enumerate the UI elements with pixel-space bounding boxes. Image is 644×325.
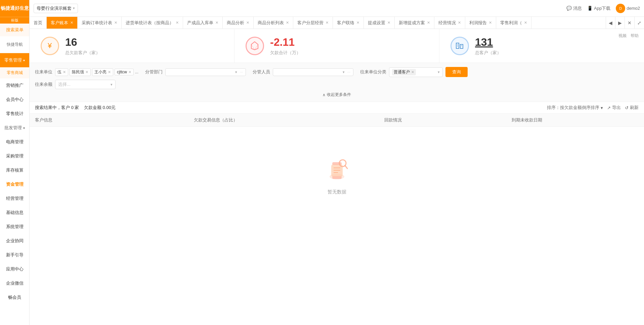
sidebar-item-retail-mall[interactable]: 零售商城 [0,67,29,78]
tab-customer-contact[interactable]: 客户联络 ✕ [333,17,364,29]
filter-more-button[interactable]: ... [135,70,138,74]
account-selector[interactable]: 母婴行业演示账套 ▾ [34,4,78,13]
tab-purchase-stats-product[interactable]: 进货单统计表（按商品） ✕ [122,17,183,29]
tab-profit-report[interactable]: 利润报告 ✕ [465,17,496,29]
tabs-bar: 首页 客户账本 ✕ 采购订单统计表 ✕ 进货单统计表（按商品） ✕ 产成品入库单… [30,17,644,29]
svg-rect-5 [457,46,458,46]
close-icon[interactable]: ✕ [63,70,66,74]
tab-product-analysis[interactable]: 商品分析 ✕ [223,17,254,29]
export-button[interactable]: ↗ 导出 [607,105,621,111]
sidebar-item-ecommerce[interactable]: 电商管理 [0,135,29,149]
user-menu[interactable]: D demo2 [616,4,640,13]
tab-business-overview[interactable]: 经营情况 ✕ [434,17,465,29]
close-icon[interactable]: ✕ [215,21,218,25]
main-area: 母婴行业演示账套 ▾ 💬 消息 📱 App下载 D demo2 首页 客户账本 … [30,0,644,325]
sidebar: 畅捷通好生意 标版 搜索菜单 快捷导航 零售管理 ▾ 零售商城 营销推广 会员中… [0,0,30,325]
tab-finished-goods[interactable]: 产成品入库单 ✕ [183,17,223,29]
more-icon[interactable]: ··· [347,70,350,74]
tab-product-analysis-list[interactable]: 商品分析列表 ✕ [254,17,293,29]
sidebar-item-operations[interactable]: 经营管理 [0,191,29,206]
sidebar-item-enterprise-collab[interactable]: 企业协同 [0,234,29,248]
sidebar-item-system[interactable]: 系统管理 [0,220,29,234]
filter-label-balance: 往来余额 [35,81,52,87]
app-download-button[interactable]: 📱 App下载 [587,5,610,11]
sidebar-item-basic-info[interactable]: 基础信息 [0,206,29,220]
close-icon[interactable]: ✕ [326,21,329,25]
filter-tag-chen: 陈民强 ✕ [70,68,91,76]
chevron-down-icon: ▾ [235,70,237,74]
chevron-up-icon: ∧ [323,93,326,97]
collapse-button[interactable]: ∧ 收起更多条件 [35,92,639,98]
tabs-close-all-button[interactable]: ✕ [625,17,634,29]
tab-customer-tiering[interactable]: 客户分层经营 ✕ [293,17,333,29]
filter-person-select[interactable]: ▾ ··· [273,68,353,76]
refresh-icon: ↺ [625,105,629,110]
no-data-illustration [322,154,352,184]
sort-selector[interactable]: 排序：按欠款金额倒序排序 ▾ [547,105,603,111]
sidebar-item-enterprise-wechat[interactable]: 企业微信 [0,276,29,290]
stat-info-3: 131 总客户（家） [475,36,501,56]
tabs-expand-button[interactable]: ⤢ [634,17,644,29]
filter-row-2: 往来余额 选择... ▾ [35,80,639,89]
close-icon[interactable]: ✕ [286,21,289,25]
messages-button[interactable]: 💬 消息 [566,5,582,11]
stat-label-2: 欠款合计（万） [270,50,301,56]
close-icon[interactable]: ✕ [176,21,179,25]
sidebar-item-chang-member[interactable]: 畅会员 [0,290,29,304]
filter-balance-select[interactable]: 选择... ▾ [55,80,116,89]
query-button[interactable]: 查询 [445,67,468,77]
tab-new-commission[interactable]: 新增提成方案 ✕ [395,17,434,29]
sidebar-search[interactable]: 搜索菜单 [0,24,29,36]
tabs-next-button[interactable]: ▶ [615,17,625,29]
sidebar-item-inventory[interactable]: 库存核算 [0,163,29,177]
table-col-overdue: 到期未收款日期 [512,117,639,123]
close-icon[interactable]: ✕ [524,21,527,25]
close-icon[interactable]: ✕ [114,21,117,25]
stat-icon-3 [450,37,469,55]
sidebar-item-retail-management[interactable]: 零售管理 ▾ [0,53,29,67]
more-icon[interactable]: ··· [240,70,243,74]
tab-customer-ledger[interactable]: 客户账本 ✕ [47,17,78,29]
close-icon[interactable]: ✕ [85,70,88,74]
tab-purchase-order-stats[interactable]: 采购订单统计表 ✕ [78,17,122,29]
sidebar-item-purchase[interactable]: 采购管理 [0,149,29,163]
tab-home[interactable]: 首页 [30,17,47,29]
close-icon[interactable]: ✕ [411,70,414,74]
stat-icon-2 [246,37,264,55]
sidebar-item-new-guide[interactable]: 新手引导 [0,248,29,262]
close-icon[interactable]: ✕ [458,21,461,25]
sidebar-item-wholesale[interactable]: 批发管理 ▾ [0,121,29,135]
refresh-button[interactable]: ↺ 刷新 [625,105,639,111]
sidebar-quick-nav[interactable]: 快捷导航 [0,36,29,53]
tab-retail-profit[interactable]: 零售利润（ ✕ [496,17,531,29]
stats-row: ¥ 16 总欠款客户（家） [30,29,644,63]
message-icon: 💬 [566,6,572,11]
sidebar-item-finance[interactable]: 资金管理 [0,177,29,191]
close-icon[interactable]: ✕ [356,21,359,25]
close-icon[interactable]: ✕ [246,21,249,25]
sidebar-item-app-center[interactable]: 应用中心 [0,262,29,276]
help-link[interactable]: 帮助 [631,33,639,39]
tabs-prev-button[interactable]: ◀ [606,17,615,29]
stat-info-1: 16 总欠款客户（家） [65,36,100,56]
sidebar-item-marketing[interactable]: 营销推广 [0,78,29,93]
filter-dept-select[interactable]: ▾ ··· [165,68,246,76]
svg-rect-9 [332,162,342,165]
close-icon[interactable]: ✕ [427,21,430,25]
sidebar-logo: 畅捷通好生意 [0,0,29,17]
close-icon[interactable]: ✕ [108,70,111,74]
close-icon[interactable]: ✕ [387,21,390,25]
sidebar-item-retail-stats[interactable]: 零售统计 [0,107,29,121]
close-icon[interactable]: ✕ [128,70,131,74]
close-icon[interactable]: ✕ [70,21,73,25]
video-link[interactable]: 视频 [618,33,627,39]
close-icon[interactable]: ✕ [489,21,492,25]
topbar: 母婴行业演示账套 ▾ 💬 消息 📱 App下载 D demo2 [30,0,644,17]
filter-classify-select[interactable]: 普通客户 ✕ ▾ [389,67,443,77]
sidebar-item-member-center[interactable]: 会员中心 [0,93,29,107]
results-summary: 搜索结果中，客户 0 家 欠款金额 0.00元 [35,105,116,111]
tab-commission-settings[interactable]: 提成设置 ✕ [364,17,395,29]
stat-info-2: -2.11 欠款合计（万） [270,36,301,56]
content: ¥ 16 总欠款客户（家） [30,29,644,325]
chevron-down-icon: ▾ [343,70,345,74]
